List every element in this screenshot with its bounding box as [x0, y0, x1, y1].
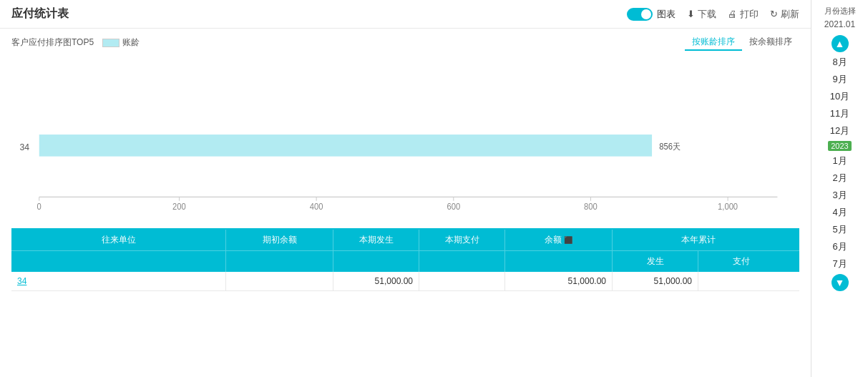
- cell-year-occur: 51,000.00: [613, 272, 698, 290]
- month-6[interactable]: 6月: [811, 238, 868, 255]
- sub-col-year-pay: 支付: [698, 251, 784, 272]
- sort-buttons: 按账龄排序 按余额排序: [685, 34, 799, 51]
- unit-link[interactable]: 34: [17, 276, 26, 286]
- svg-text:0: 0: [37, 201, 42, 210]
- cell-current-occur: 51,000.00: [333, 272, 419, 290]
- month-5[interactable]: 5月: [811, 221, 868, 238]
- legend-item-label: 账龄: [122, 36, 140, 49]
- sidebar-year: 2021.01: [824, 19, 855, 29]
- chart-toggle-wrap: 图表: [627, 8, 676, 21]
- col-header-balance: 余额 ⬛: [505, 230, 613, 250]
- legend-left: 客户应付排序图TOP5 账龄: [11, 36, 140, 49]
- svg-text:34: 34: [20, 142, 30, 152]
- sub-col-current-pay: [419, 251, 505, 272]
- table-sub-header: 发生 支付: [11, 250, 799, 272]
- sub-col-year-occur: 发生: [613, 251, 698, 272]
- svg-text:600: 600: [447, 201, 460, 210]
- cell-balance: 51,000.00: [505, 272, 613, 290]
- bar-chart: 34 856天 0 200 400 600 800: [11, 57, 799, 228]
- year-badge: 2023: [828, 141, 851, 151]
- page-title: 应付统计表: [11, 6, 69, 21]
- month-12[interactable]: 12月: [811, 122, 868, 139]
- cell-opening: [226, 272, 333, 290]
- refresh-icon: ↻: [770, 9, 778, 19]
- month-up-button[interactable]: ▲: [832, 35, 849, 52]
- month-11[interactable]: 11月: [811, 105, 868, 122]
- chart-bar: [39, 134, 652, 157]
- download-button[interactable]: ⬇ 下载: [687, 8, 716, 21]
- svg-text:200: 200: [172, 201, 186, 210]
- legend-title: 客户应付排序图TOP5: [11, 36, 94, 49]
- month-down-button[interactable]: ▼: [832, 274, 849, 291]
- month-3[interactable]: 3月: [811, 187, 868, 204]
- month-1[interactable]: 1月: [811, 152, 868, 170]
- month-9[interactable]: 9月: [811, 71, 868, 88]
- month-8[interactable]: 8月: [811, 54, 868, 71]
- legend-color-box: [102, 39, 120, 47]
- col-header-current-occur: 本期发生: [333, 230, 419, 250]
- cell-current-pay: [419, 272, 505, 290]
- month-7[interactable]: 7月: [811, 255, 868, 273]
- chart-legend: 客户应付排序图TOP5 账龄 按账龄排序 按余额排序: [11, 34, 799, 51]
- month-2[interactable]: 2月: [811, 170, 868, 187]
- table-row: 34 51,000.00 51,000.00 51,000.00: [11, 272, 799, 291]
- svg-text:800: 800: [584, 201, 598, 210]
- print-icon: 🖨: [728, 9, 737, 19]
- col-header-current-pay: 本期支付: [419, 230, 505, 250]
- balance-icon: ⬛: [564, 236, 572, 244]
- cell-unit: 34: [11, 272, 226, 290]
- col-header-unit: 往来单位: [11, 230, 226, 250]
- month-sidebar: 月份选择 2021.01 ▲ 8月 9月 10月 11月 12月 2023 1月…: [811, 0, 868, 377]
- print-button[interactable]: 🖨 打印: [728, 8, 759, 21]
- sub-col-balance: [505, 251, 613, 272]
- sub-col-opening: [226, 251, 333, 272]
- page-header: 应付统计表 图表 ⬇ 下载 🖨 打印 ↻ 刷新: [0, 0, 811, 29]
- chart-svg: 34 856天 0 200 400 600 800: [11, 57, 799, 228]
- sort-by-balance-button[interactable]: 按账龄排序: [685, 34, 742, 51]
- download-icon: ⬇: [687, 9, 695, 19]
- chart-toggle-label: 图表: [657, 8, 676, 21]
- svg-text:856天: 856天: [659, 141, 681, 150]
- col-header-year-total: 本年累计: [613, 230, 784, 250]
- sidebar-title: 月份选择: [824, 6, 856, 16]
- svg-text:1,000: 1,000: [718, 201, 738, 210]
- sort-by-amount-button[interactable]: 按余额排序: [742, 34, 799, 51]
- chart-toggle[interactable]: [627, 8, 653, 21]
- header-actions: 图表 ⬇ 下载 🖨 打印 ↻ 刷新: [627, 8, 799, 21]
- sub-col-current-occur: [333, 251, 419, 272]
- svg-text:400: 400: [310, 201, 323, 210]
- table-header: 往来单位 期初余额 本期发生 本期支付 余额 ⬛ 本年累计: [11, 230, 799, 250]
- col-header-opening: 期初余额: [226, 230, 333, 250]
- sub-col-unit: [11, 251, 226, 272]
- table-section: 往来单位 期初余额 本期发生 本期支付 余额 ⬛ 本年累计: [11, 228, 799, 291]
- chart-section: 客户应付排序图TOP5 账龄 按账龄排序 按余额排序 34: [0, 29, 811, 377]
- month-10[interactable]: 10月: [811, 88, 868, 105]
- cell-year-pay: [698, 272, 784, 290]
- legend-item: 账龄: [102, 36, 140, 49]
- month-4[interactable]: 4月: [811, 204, 868, 221]
- refresh-button[interactable]: ↻ 刷新: [770, 8, 799, 21]
